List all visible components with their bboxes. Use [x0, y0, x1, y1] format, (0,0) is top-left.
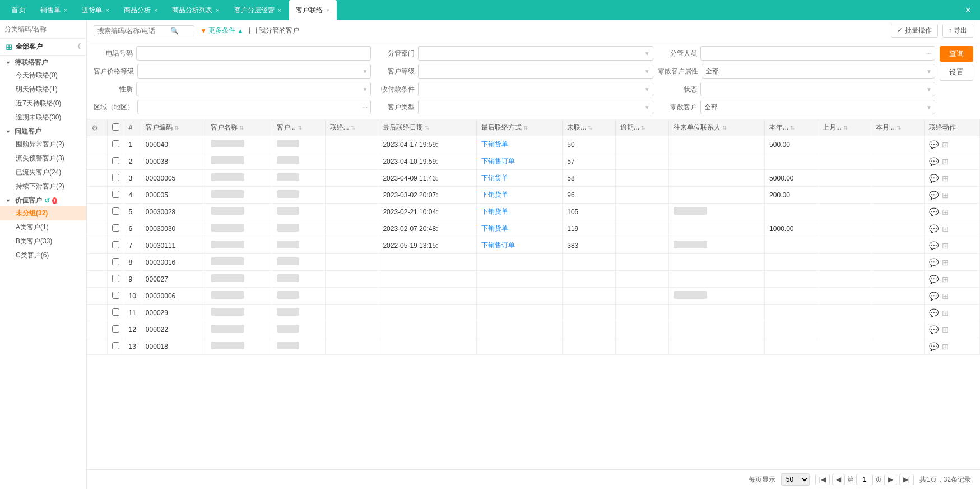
row-checkbox[interactable]: [112, 191, 119, 198]
close-tab-5-icon[interactable]: ×: [326, 7, 329, 13]
nav-tab-1[interactable]: 进货单 ×: [75, 0, 115, 20]
search-icon[interactable]: 🔍: [170, 27, 179, 35]
nav-tab-4[interactable]: 客户分层经营 ×: [227, 0, 288, 20]
last-method-link[interactable]: 下销货单: [481, 224, 508, 232]
grid-action-icon[interactable]: ⊞: [942, 207, 949, 216]
gear-icon[interactable]: ⚙: [91, 123, 99, 132]
row-checkbox[interactable]: [112, 140, 119, 147]
payment-select[interactable]: [418, 82, 653, 96]
last-method-link[interactable]: 下销货单: [481, 207, 508, 215]
phone-input[interactable]: [136, 46, 371, 61]
row-checkbox[interactable]: [112, 174, 119, 181]
chat-icon[interactable]: 💬: [929, 191, 939, 200]
th-overdue[interactable]: 逾期... ⇅: [616, 119, 669, 136]
chat-icon[interactable]: 💬: [929, 258, 939, 267]
grid-action-icon[interactable]: ⊞: [942, 157, 949, 166]
scatter-attr-select[interactable]: 全部: [702, 64, 935, 79]
last-method-link[interactable]: 下销货单: [481, 140, 508, 148]
last-page-button[interactable]: ▶|: [899, 474, 914, 485]
last-method-link[interactable]: 下销售订单: [481, 157, 515, 165]
th-this-month[interactable]: 本月... ⇅: [871, 119, 924, 136]
batch-op-button[interactable]: ✓ 批量操作: [891, 24, 937, 38]
row-checkbox[interactable]: [112, 275, 119, 282]
row-checkbox[interactable]: [112, 342, 119, 349]
nav-tab-0[interactable]: 销售单 ×: [34, 0, 74, 20]
th-contact-person[interactable]: 往来单位联系人 ⇅: [668, 119, 764, 136]
select-all-checkbox[interactable]: [112, 123, 119, 131]
per-page-select[interactable]: 50 100: [781, 473, 810, 486]
price-level-select[interactable]: [137, 64, 371, 79]
th-name[interactable]: 客户名称 ⇅: [206, 119, 272, 136]
scatter-select[interactable]: 全部: [700, 100, 935, 114]
chat-icon[interactable]: 💬: [929, 207, 939, 216]
chat-icon[interactable]: 💬: [929, 224, 939, 233]
close-tab-4-icon[interactable]: ×: [278, 7, 281, 13]
th-last-date[interactable]: 最后联络日期 ⇅: [378, 119, 477, 136]
page-input[interactable]: [856, 474, 873, 485]
sidebar-search-input[interactable]: [4, 25, 87, 33]
status-select[interactable]: [700, 82, 935, 96]
nav-home[interactable]: 首页: [4, 5, 32, 15]
close-tab-2-icon[interactable]: ×: [154, 7, 157, 13]
person-input[interactable]: [700, 46, 935, 61]
sidebar-item-abnormal[interactable]: 囤购异常客户(2): [0, 137, 86, 151]
dept-select[interactable]: [418, 46, 653, 61]
grid-action-icon[interactable]: ⊞: [942, 275, 949, 284]
sidebar-item-declining[interactable]: 持续下滑客户(2): [0, 179, 86, 193]
chat-icon[interactable]: 💬: [929, 140, 939, 149]
grid-action-icon[interactable]: ⊞: [942, 140, 949, 149]
sidebar-item-c-class[interactable]: C类客户(6): [0, 248, 86, 262]
nav-tab-2[interactable]: 商品分析 ×: [117, 0, 164, 20]
row-checkbox[interactable]: [112, 308, 119, 316]
close-tab-3-icon[interactable]: ×: [216, 7, 219, 13]
sidebar-all-customers[interactable]: ⊞ 全部客户 《: [0, 39, 86, 56]
prev-page-button[interactable]: ◀: [832, 474, 845, 485]
customer-level-select[interactable]: [418, 64, 653, 79]
customer-type-select[interactable]: [418, 100, 653, 114]
sidebar-item-ungroup[interactable]: 未分组(32): [0, 206, 86, 220]
sidebar-item-lostwarning[interactable]: 流失预警客户(3): [0, 151, 86, 165]
row-checkbox[interactable]: [112, 258, 119, 265]
refresh-icon[interactable]: ↺: [44, 197, 50, 205]
grid-action-icon[interactable]: ⊞: [942, 224, 949, 233]
last-method-link[interactable]: 下销货单: [481, 174, 508, 182]
sidebar-item-lost[interactable]: 已流失客户(24): [0, 165, 86, 179]
next-page-button[interactable]: ▶: [884, 474, 897, 485]
export-button[interactable]: ↑ 导出: [942, 24, 973, 38]
region-input[interactable]: [137, 100, 371, 114]
my-customers-check[interactable]: [249, 27, 257, 34]
nav-tab-5[interactable]: 客户联络 ×: [289, 0, 336, 20]
chat-icon[interactable]: 💬: [929, 157, 939, 166]
last-method-link[interactable]: 下销货单: [481, 191, 508, 199]
chat-icon[interactable]: 💬: [929, 174, 939, 183]
th-last-method[interactable]: 最后联络方式 ⇅: [477, 119, 563, 136]
grid-action-icon[interactable]: ⊞: [942, 342, 949, 351]
filter-more-btn[interactable]: ▼ 更多条件 ▲: [200, 26, 244, 35]
row-checkbox[interactable]: [112, 207, 119, 215]
grid-action-icon[interactable]: ⊞: [942, 191, 949, 200]
grid-action-icon[interactable]: ⊞: [942, 241, 949, 250]
chat-icon[interactable]: 💬: [929, 275, 939, 284]
grid-action-icon[interactable]: ⊞: [942, 325, 949, 334]
th-last-month[interactable]: 上月... ⇅: [818, 119, 871, 136]
th-gear[interactable]: ⚙: [87, 119, 107, 136]
grid-action-icon[interactable]: ⊞: [942, 308, 949, 317]
first-page-button[interactable]: |◀: [815, 474, 830, 485]
sidebar-item-tomorrow[interactable]: 明天待联络(1): [0, 82, 86, 96]
close-tab-0-icon[interactable]: ×: [64, 7, 67, 13]
th-not-contact[interactable]: 未联... ⇅: [563, 119, 616, 136]
reset-button[interactable]: 设置: [940, 64, 973, 81]
row-checkbox[interactable]: [112, 292, 119, 299]
grid-action-icon[interactable]: ⊞: [942, 174, 949, 183]
th-type[interactable]: 客户... ⇅: [272, 119, 325, 136]
row-checkbox[interactable]: [112, 224, 119, 232]
nature-select[interactable]: [136, 82, 371, 96]
chat-icon[interactable]: 💬: [929, 342, 939, 351]
th-code[interactable]: 客户编码 ⇅: [141, 119, 206, 136]
sidebar-item-b-class[interactable]: B类客户(33): [0, 234, 86, 248]
search-input[interactable]: [97, 27, 170, 35]
row-checkbox[interactable]: [112, 157, 119, 164]
chat-icon[interactable]: 💬: [929, 308, 939, 317]
collapse-icon[interactable]: 《: [74, 42, 81, 52]
sidebar-item-a-class[interactable]: A类客户(1): [0, 220, 86, 234]
